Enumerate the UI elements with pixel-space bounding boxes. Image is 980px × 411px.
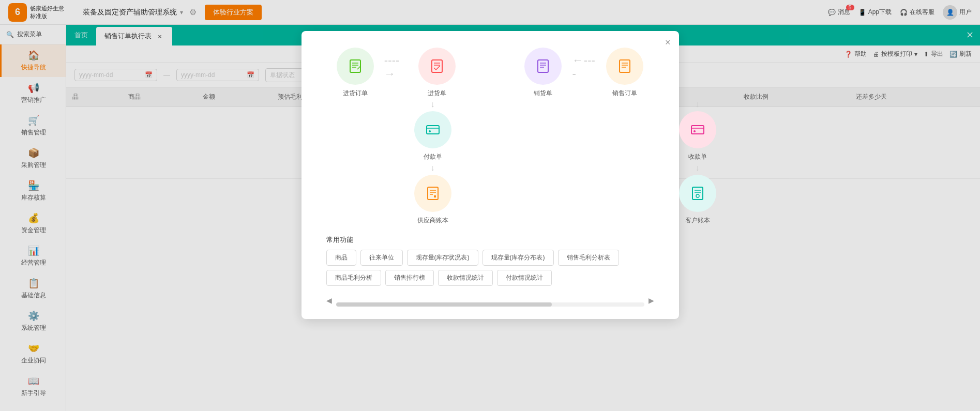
svg-point-17 (429, 130, 431, 132)
node-sales-bill[interactable]: 销货单 (514, 48, 572, 98)
payment-bill-circle (414, 111, 451, 148)
arrow-purchase-order-to-bill: - - - - → (384, 54, 408, 92)
node-sales-order[interactable]: 销售订单 (596, 48, 654, 98)
receipt-bill-circle (679, 111, 716, 148)
overlay[interactable]: × 进货订单 - - - - → (0, 0, 980, 411)
common-buttons-row1: 商品往来单位现存量(库存状况表)现存量(库存分布表)销售毛利分析表商品毛利分析销… (326, 250, 654, 286)
common-function-button-5[interactable]: 商品毛利分析 (326, 270, 381, 286)
node-payment-bill[interactable]: 付款单 (402, 111, 464, 161)
node-supplier-ledger[interactable]: 供应商账本 (402, 175, 464, 225)
svg-rect-21 (428, 187, 438, 200)
common-function-button-0[interactable]: 商品 (326, 250, 356, 266)
arrow-down-purchase-bill: ↓ (402, 98, 464, 111)
scrollbar-thumb (336, 302, 552, 307)
common-function-button-8[interactable]: 付款情况统计 (497, 270, 552, 286)
common-function-button-4[interactable]: 销售毛利分析表 (558, 250, 619, 266)
flow-diagram: 进货订单 - - - - → 进货单 (326, 48, 654, 225)
arrow-sales-order-to-bill: ← - - - - (572, 54, 596, 92)
node-receipt-bill[interactable]: 收款单 (667, 111, 729, 161)
common-function-button-3[interactable]: 现存量(库存分布表) (483, 250, 554, 266)
node-customer-ledger[interactable]: 客户账本 (667, 175, 729, 225)
sales-bill-circle (524, 48, 562, 85)
common-function-button-6[interactable]: 销售排行榜 (385, 270, 434, 286)
svg-rect-15 (427, 126, 439, 134)
node-purchase-order[interactable]: 进货订单 (326, 48, 384, 98)
common-functions-title: 常用功能 (326, 235, 654, 245)
svg-rect-7 (538, 60, 548, 72)
svg-rect-18 (691, 126, 704, 134)
popup-scrollbar-row: ◀ ▶ (326, 294, 654, 307)
node-purchase-bill[interactable]: 进货单 (408, 48, 465, 98)
arrow-down-payment: ↓ (402, 161, 464, 175)
sales-order-circle (606, 48, 643, 85)
svg-rect-11 (620, 60, 630, 72)
svg-point-20 (693, 130, 696, 132)
svg-point-28 (696, 194, 699, 197)
svg-rect-0 (350, 60, 360, 72)
supplier-ledger-circle (414, 175, 451, 212)
purchase-bill-circle (418, 48, 456, 85)
common-function-button-1[interactable]: 往来单位 (360, 250, 403, 266)
purchase-order-circle (337, 48, 374, 85)
common-functions-section: 常用功能 商品往来单位现存量(库存状况表)现存量(库存分布表)销售毛利分析表商品… (326, 235, 654, 286)
svg-rect-4 (432, 60, 442, 72)
scroll-left-arrow[interactable]: ◀ (326, 296, 332, 305)
common-function-button-2[interactable]: 现存量(库存状况表) (407, 250, 478, 266)
scroll-right-arrow[interactable]: ▶ (649, 296, 654, 305)
common-function-button-7[interactable]: 收款情况统计 (438, 270, 493, 286)
arrow-down-sales-bill: ↓ (667, 98, 729, 111)
popup-close-button[interactable]: × (665, 37, 671, 48)
customer-ledger-circle (679, 175, 716, 212)
popup: × 进货订单 - - - - → (301, 31, 679, 319)
arrow-down-receipt: ↓ (667, 161, 729, 175)
popup-scrollbar[interactable] (336, 302, 644, 307)
